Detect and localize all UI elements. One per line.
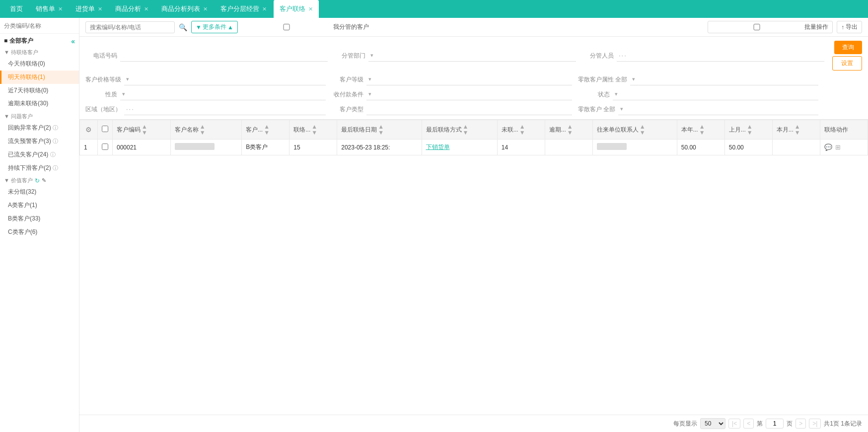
sidebar-week-contact[interactable]: 近7天待联络(0): [0, 84, 79, 97]
row-index: 1: [80, 140, 98, 155]
page-label: 第: [757, 420, 763, 428]
col-code[interactable]: 客户编码▲▼: [113, 120, 171, 140]
sidebar-group-pending: ▼ 待联络客户: [0, 46, 79, 57]
col-contact-person[interactable]: 往来单位联系人▲▼: [592, 120, 677, 140]
export-button[interactable]: ↑ 导出: [837, 21, 862, 33]
row-code: 000021: [113, 140, 171, 155]
page-number-input[interactable]: [766, 419, 784, 429]
status-select[interactable]: ▾: [613, 88, 818, 100]
row-overdue: [545, 140, 592, 155]
nav-customer-contact[interactable]: 客户联络 ✕: [274, 0, 319, 18]
customer-type-select[interactable]: [366, 103, 572, 115]
customer-table-area: ⚙ 客户编码▲▼ 客户名称▲▼ 客户...▲▼ 联络...▲▼ 最后联络日期▲▼…: [79, 120, 868, 415]
value-refresh-icon[interactable]: ↻: [35, 177, 40, 184]
close-contact-tab[interactable]: ✕: [308, 6, 313, 12]
level-arrow: ▾: [368, 76, 371, 82]
sidebar-class-c[interactable]: C类客户(6): [0, 225, 79, 239]
close-analysis-tab[interactable]: ✕: [144, 6, 148, 12]
batch-checkbox[interactable]: [712, 24, 801, 30]
payment-select[interactable]: ▾: [366, 88, 572, 100]
row-not-contact: 14: [497, 140, 545, 155]
sidebar-today-contact[interactable]: 今天待联络(0): [0, 57, 79, 71]
value-edit-icon[interactable]: ✎: [42, 177, 46, 184]
retail-customer-select[interactable]: ▾: [618, 103, 818, 115]
person-input[interactable]: ···: [617, 50, 824, 62]
adv-field-payment: 收付款条件 ▾: [332, 88, 572, 100]
grid-action-icon[interactable]: ⊞: [835, 144, 841, 151]
sidebar-class-a[interactable]: A类客户(1): [0, 199, 79, 212]
nature-select[interactable]: ▾: [120, 88, 326, 100]
price-level-select[interactable]: ▾: [124, 73, 326, 85]
sidebar-all-customers[interactable]: ■ 全部客户 «: [0, 34, 79, 46]
col-type[interactable]: 客户...▲▼: [242, 120, 289, 140]
col-last-method[interactable]: 最后联络方式▲▼: [422, 120, 497, 140]
info-icon-1: ⓘ: [53, 125, 58, 131]
select-all-checkbox[interactable]: [102, 126, 108, 132]
sidebar-churn-warning[interactable]: 流失预警客户(3) ⓘ: [0, 135, 79, 148]
nav-customer-segment[interactable]: 客户分层经营 ✕: [215, 0, 273, 18]
my-customer-filter[interactable]: 我分管的客户: [242, 23, 369, 31]
retail-cust-arrow: ▾: [620, 106, 623, 112]
phone-input[interactable]: [120, 50, 328, 62]
first-page-button[interactable]: |<: [728, 419, 740, 429]
sidebar-abnormal-repurchase[interactable]: 回购异常客户(2) ⓘ: [0, 121, 79, 135]
retail-attr-select[interactable]: ▾: [630, 73, 818, 85]
sidebar-search-input[interactable]: [4, 22, 78, 29]
more-conditions-button[interactable]: ▼ 更多条件 ▲: [191, 21, 238, 33]
filter-icon: ▼: [196, 24, 202, 31]
col-this-month[interactable]: 本月...▲▼: [772, 120, 820, 140]
last-method-link[interactable]: 下销货单: [426, 144, 450, 150]
col-not-contact[interactable]: 未联...▲▼: [497, 120, 545, 140]
export-icon: ↑: [841, 24, 844, 31]
sidebar-search-bar[interactable]: 🔍: [0, 18, 79, 34]
region-input[interactable]: ···: [124, 103, 326, 115]
adv-field-person: 分管人员 ···: [582, 50, 824, 62]
table-settings-icon[interactable]: ⚙: [85, 126, 92, 134]
batch-operation-button[interactable]: 批量操作: [708, 21, 833, 33]
sidebar-churned[interactable]: 已流失客户(24) ⓘ: [0, 148, 79, 161]
last-page-button[interactable]: >|: [809, 419, 821, 429]
nav-sales[interactable]: 销售单 ✕: [30, 0, 69, 18]
batch-op-label: 批量操作: [804, 23, 828, 31]
nav-analysis[interactable]: 商品分析 ✕: [109, 0, 154, 18]
per-page-select[interactable]: 50 100 200: [700, 418, 725, 429]
nav-analysis-list[interactable]: 商品分析列表 ✕: [155, 0, 214, 18]
col-overdue[interactable]: 逾期...▲▼: [545, 120, 592, 140]
table-header-row: ⚙ 客户编码▲▼ 客户名称▲▼ 客户...▲▼ 联络...▲▼ 最后联络日期▲▼…: [80, 120, 868, 140]
sidebar-overdue-contact[interactable]: 逾期未联络(30): [0, 97, 79, 110]
close-analysis-list-tab[interactable]: ✕: [203, 6, 208, 12]
search-input[interactable]: [85, 21, 175, 33]
col-checkbox[interactable]: [98, 120, 113, 140]
sidebar-class-b[interactable]: B类客户(33): [0, 212, 79, 225]
row-checkbox[interactable]: [98, 140, 113, 155]
adv-field-nature: 性质 ▾: [85, 88, 326, 100]
pagination-bar: 每页显示 50 100 200 |< < 第 页 > >| 共1页 1条记录: [79, 415, 868, 432]
col-last-date[interactable]: 最后联络日期▲▼: [337, 120, 422, 140]
col-last-month[interactable]: 上月...▲▼: [724, 120, 772, 140]
close-sales-tab[interactable]: ✕: [58, 6, 63, 12]
set-button[interactable]: 设置: [832, 56, 862, 71]
dept-select[interactable]: ▾: [368, 50, 576, 62]
filter-search-icon[interactable]: 🔍: [179, 23, 187, 31]
sidebar-unclassified[interactable]: 未分组(32): [0, 185, 79, 199]
sidebar-tomorrow-contact[interactable]: 明天待联络(1): [0, 71, 79, 84]
prev-page-button[interactable]: <: [743, 419, 754, 429]
my-customer-checkbox[interactable]: [242, 24, 331, 30]
col-contact-count[interactable]: 联络...▲▼: [289, 120, 337, 140]
sidebar-declining[interactable]: 持续下滑客户(2) ⓘ: [0, 161, 79, 175]
nav-home[interactable]: 首页: [4, 0, 29, 18]
close-purchase-tab[interactable]: ✕: [98, 6, 102, 12]
col-name[interactable]: 客户名称▲▼: [170, 120, 242, 140]
col-gear[interactable]: ⚙: [80, 120, 98, 140]
comment-action-icon[interactable]: 💬: [824, 144, 832, 151]
customer-level-select[interactable]: ▾: [366, 73, 572, 85]
person-dots: ···: [619, 52, 627, 59]
sidebar-collapse-icon[interactable]: «: [71, 37, 75, 45]
close-segment-tab[interactable]: ✕: [262, 6, 267, 12]
dept-label: 分管部门: [334, 52, 368, 60]
next-page-button[interactable]: >: [796, 419, 806, 429]
col-this-year[interactable]: 本年...▲▼: [677, 120, 724, 140]
query-button[interactable]: 查询: [834, 41, 862, 54]
nav-purchase[interactable]: 进货单 ✕: [70, 0, 108, 18]
status-arrow: ▾: [615, 91, 618, 97]
